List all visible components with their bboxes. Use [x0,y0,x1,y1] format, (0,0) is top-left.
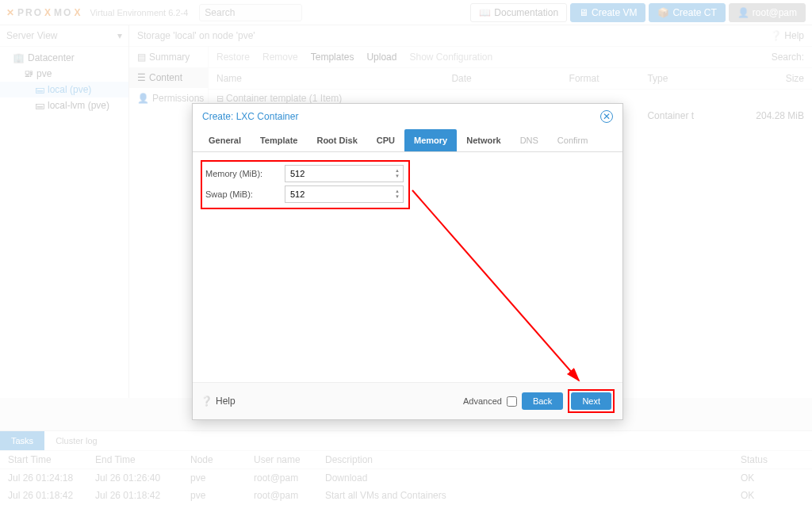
wizard-help-link[interactable]: ❔Help [201,396,236,407]
back-button[interactable]: Back [522,392,563,410]
wizard-tabs: General Template Root Disk CPU Memory Ne… [193,129,622,152]
create-ct-wizard: Create: LXC Container ✕ General Template… [192,103,623,420]
tab-general[interactable]: General [199,129,251,151]
tab-dns: DNS [511,129,548,151]
close-button[interactable]: ✕ [600,110,613,123]
memory-label: Memory (MiB): [205,169,285,178]
memory-step-up[interactable]: ▲ [393,168,401,174]
tab-template[interactable]: Template [251,129,307,151]
annotation-highlight-next: Next [568,389,615,413]
modal-title: Create: LXC Container [202,111,298,122]
tab-memory[interactable]: Memory [404,129,457,151]
help-icon: ❔ [201,396,213,407]
swap-step-down[interactable]: ▼ [393,194,401,200]
advanced-label: Advanced [463,396,502,406]
tab-confirm: Confirm [548,129,598,151]
tab-network[interactable]: Network [457,129,510,151]
advanced-checkbox[interactable] [507,396,517,407]
annotation-highlight-form: Memory (MiB): ▲▼ Swap (MiB): ▲▼ [201,160,410,209]
tab-root-disk[interactable]: Root Disk [307,129,366,151]
swap-input[interactable] [285,185,404,203]
tab-cpu[interactable]: CPU [367,129,404,151]
next-button[interactable]: Next [571,392,611,410]
memory-input[interactable] [285,165,404,182]
memory-step-down[interactable]: ▼ [393,174,401,179]
swap-label: Swap (MiB): [205,189,285,199]
swap-step-up[interactable]: ▲ [393,189,401,194]
close-icon: ✕ [603,111,611,122]
